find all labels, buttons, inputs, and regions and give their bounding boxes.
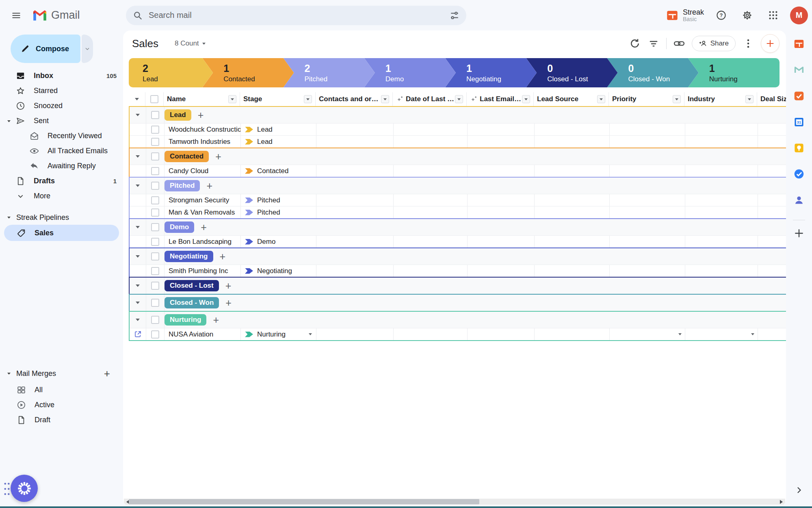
pipeline-stage-negotiating[interactable]: 1Negotiating: [445, 58, 537, 87]
group-checkbox[interactable]: [151, 299, 159, 307]
row-checkbox[interactable]: [151, 208, 159, 217]
cell-industry[interactable]: [685, 265, 758, 277]
group-checkbox[interactable]: [151, 252, 159, 261]
row-checkbox[interactable]: [151, 330, 159, 339]
share-button[interactable]: Share: [692, 36, 736, 51]
column-menu-button[interactable]: [597, 95, 605, 103]
group-checkbox[interactable]: [151, 223, 159, 231]
open-box-icon[interactable]: [134, 330, 142, 339]
cell-priority[interactable]: [610, 236, 685, 247]
pipeline-row-strongman-security[interactable]: Strongman SecurityPitched: [130, 194, 786, 206]
cell-leadsource[interactable]: [535, 265, 610, 277]
add-box-button[interactable]: +: [225, 280, 232, 292]
cell-dealsize[interactable]: [758, 136, 786, 148]
stage-cell[interactable]: Nurturing: [241, 328, 316, 340]
calendar-icon[interactable]: 31: [793, 116, 805, 128]
sidebar-item-more[interactable]: More: [0, 189, 123, 204]
group-checkbox[interactable]: [151, 282, 159, 290]
pipeline-stage-closed-lost[interactable]: 0Closed - Lost: [526, 58, 617, 87]
add-box-button[interactable]: +: [213, 314, 219, 326]
sidebar-item-snoozed[interactable]: Snoozed: [0, 98, 123, 113]
main-menu-button[interactable]: [6, 6, 26, 25]
stage-cell[interactable]: Pitched: [241, 194, 316, 206]
tasks-icon[interactable]: [793, 168, 805, 180]
cell-dropdown-icon[interactable]: [678, 333, 682, 337]
sidebar-item-sent[interactable]: Sent: [0, 113, 123, 128]
contacts-icon[interactable]: [793, 194, 805, 206]
column-menu-button[interactable]: [522, 95, 530, 103]
collapse-group-icon[interactable]: [136, 226, 140, 230]
row-checkbox[interactable]: [151, 167, 159, 175]
pipeline-row-le-bon-landscaping[interactable]: Le Bon LandscapingDemo: [130, 235, 786, 247]
column-header-dealsize[interactable]: Deal Size: [757, 92, 786, 106]
collapse-group-icon[interactable]: [136, 155, 140, 160]
sidebar-item-all-tracked-emails[interactable]: All Tracked Emails: [0, 143, 123, 158]
pipeline-stage-lead[interactable]: 2Lead: [129, 58, 213, 87]
cell-lastfrom[interactable]: [468, 136, 535, 148]
compose-options-button[interactable]: [82, 35, 93, 63]
add-box-button[interactable]: +: [201, 221, 207, 233]
cell-dropdown-icon[interactable]: [751, 333, 754, 337]
stage-cell[interactable]: Pitched: [241, 206, 316, 218]
pipeline-row-candy-cloud[interactable]: Candy CloudContacted: [130, 165, 786, 177]
cell-dealsize[interactable]: [758, 206, 786, 218]
cell-contacts[interactable]: [316, 124, 394, 135]
stage-cell[interactable]: Contacted: [241, 165, 316, 177]
sidebar-item-starred[interactable]: Starred: [0, 83, 123, 98]
group-checkbox[interactable]: [151, 182, 159, 190]
collapse-all-button[interactable]: [129, 92, 145, 106]
column-header-priority[interactable]: Priority: [609, 92, 684, 106]
column-menu-button[interactable]: [673, 95, 681, 103]
cell-leadsource[interactable]: [535, 136, 610, 148]
streak-sidebar-icon[interactable]: [793, 38, 805, 50]
column-header-date[interactable]: Date of Last Email: [393, 92, 467, 106]
pipeline-row-nusa-aviation[interactable]: NUSA AviationNurturing: [130, 328, 786, 340]
cell-date[interactable]: [394, 328, 468, 340]
cell-dealsize[interactable]: [758, 265, 786, 277]
streak-fab-button[interactable]: [11, 475, 38, 502]
cell-dealsize[interactable]: [758, 165, 786, 177]
apps-button[interactable]: [764, 7, 782, 24]
count-dropdown[interactable]: 8 Count: [175, 39, 206, 48]
column-menu-button[interactable]: [381, 95, 389, 103]
cell-priority[interactable]: [610, 136, 685, 148]
horizontal-scrollbar[interactable]: [124, 499, 785, 505]
sidebar-item-drafts[interactable]: Drafts1: [0, 174, 123, 189]
add-box-button[interactable]: +: [198, 109, 204, 121]
cell-date[interactable]: [394, 236, 468, 247]
row-checkbox[interactable]: [151, 138, 159, 146]
column-menu-button[interactable]: [745, 95, 754, 103]
box-name[interactable]: Smith Plumbing Inc: [165, 265, 241, 277]
column-header-industry[interactable]: Industry: [684, 92, 757, 106]
row-checkbox[interactable]: [151, 196, 159, 204]
add-box-button[interactable]: +: [220, 251, 226, 263]
scroll-right-icon[interactable]: [780, 500, 785, 504]
box-name[interactable]: NUSA Aviation: [165, 328, 241, 340]
stage-cell[interactable]: Lead: [241, 124, 316, 135]
box-name[interactable]: Tamworth Industries: [165, 136, 241, 148]
collapse-caret-icon[interactable]: [6, 370, 12, 377]
cell-date[interactable]: [394, 136, 468, 148]
cell-industry[interactable]: [685, 236, 758, 247]
keep-icon[interactable]: [793, 142, 805, 154]
support-button[interactable]: ?: [712, 7, 730, 24]
filter-button[interactable]: [647, 37, 660, 50]
stage-dropdown-icon[interactable]: [309, 333, 312, 337]
mail-merge-item-active[interactable]: Active: [0, 397, 123, 412]
stage-cell[interactable]: Demo: [241, 236, 316, 247]
cell-leadsource[interactable]: [535, 165, 610, 177]
collapse-caret-icon[interactable]: [6, 214, 12, 221]
pipeline-stage-nurturing[interactable]: 1Nurturing: [688, 58, 780, 87]
cell-date[interactable]: [394, 165, 468, 177]
streak-tasks-icon[interactable]: [793, 90, 805, 102]
cell-priority[interactable]: [610, 165, 685, 177]
cell-dealsize[interactable]: [758, 194, 786, 206]
group-checkbox[interactable]: [151, 152, 159, 161]
collapse-group-icon[interactable]: [136, 114, 140, 118]
cell-leadsource[interactable]: [535, 194, 610, 206]
cell-lastfrom[interactable]: [468, 165, 535, 177]
cell-industry[interactable]: [685, 206, 758, 218]
group-checkbox[interactable]: [151, 316, 159, 324]
settings-button[interactable]: [738, 7, 756, 24]
cell-contacts[interactable]: [316, 328, 394, 340]
